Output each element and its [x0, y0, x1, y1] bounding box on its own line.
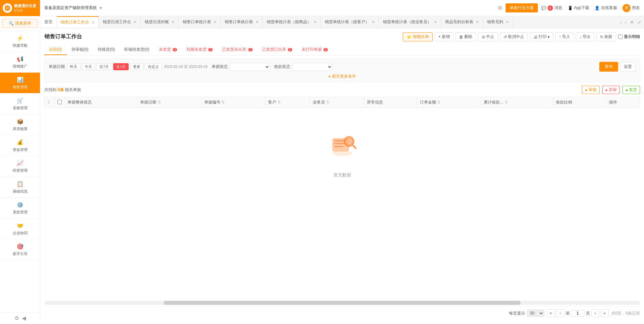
th-number[interactable]: 单据编号 ⇅ — [201, 97, 265, 108]
tab-sales-stats[interactable]: 销售订单统计表 ✕ — [179, 16, 221, 28]
cancel-stop-button[interactable]: ↺ 取消中止 — [500, 32, 528, 41]
next-page-button[interactable]: › — [591, 309, 599, 317]
search-button[interactable]: 查询 — [599, 62, 618, 72]
print-button[interactable]: 🖨 打印 ▾ — [530, 32, 553, 41]
sidebar-item-basic[interactable]: 📋 基础信息 — [0, 177, 40, 198]
filter-date-more[interactable]: 更多 — [130, 63, 143, 70]
refresh-button[interactable]: ↻ 刷新 — [596, 32, 616, 41]
sidebar-item-guide[interactable]: 🎯 新手引导 — [0, 239, 40, 260]
online-service-button[interactable]: 👤 在线客服 — [595, 5, 617, 11]
table-scroll-area[interactable]: ⠿ 单据整体状态 单据日期 ⇅ 单据编号 — [44, 97, 640, 299]
solution-button[interactable]: 体验行业方案 — [506, 3, 538, 12]
export-button[interactable]: ↓ 导出 — [576, 32, 594, 41]
page-input[interactable] — [571, 310, 585, 317]
subtab-not-shipped[interactable]: 未发货 0 — [154, 45, 182, 55]
sort-number-icon[interactable]: ⇅ — [221, 100, 225, 105]
subtab-all[interactable]: 全部(0) — [44, 45, 67, 55]
th-staff[interactable]: 业务员 ⇅ — [310, 97, 364, 108]
tab-close-sales-summary-staff[interactable]: ✕ — [434, 20, 437, 24]
tab-maximize[interactable]: ⤢ — [636, 19, 643, 26]
th-received[interactable]: 累计收款... ⇅ — [481, 97, 553, 108]
tab-close-cash-daily[interactable]: ✕ — [134, 20, 136, 24]
import-button[interactable]: ↑ 导入 — [555, 32, 574, 41]
prev-page-button[interactable]: ‹ — [556, 309, 564, 317]
sort-date-icon[interactable]: ⇅ — [158, 100, 161, 105]
sidebar-item-purchase[interactable]: 🛒 采购管理 — [0, 93, 40, 114]
th-date[interactable]: 单据日期 ⇅ — [137, 97, 201, 108]
tab-close-sales-exec[interactable]: ✕ — [256, 20, 258, 24]
sidebar-item-cooperation[interactable]: 🤝 企业协同 — [0, 218, 40, 239]
system-title-dropdown-icon[interactable]: ▼ — [99, 6, 103, 10]
subtab-shipped-out[interactable]: 已发货已出库 0 — [257, 45, 297, 55]
tab-cash-reconcile[interactable]: 钱货日清对账 ✕ — [141, 16, 179, 28]
subtab-shipped-not-in[interactable]: 已发货未出库 0 — [217, 45, 257, 55]
page-size-select[interactable]: 10 20 50 100 — [527, 310, 544, 317]
tab-home[interactable]: 首页 — [40, 16, 57, 28]
show-detail-checkbox[interactable] — [618, 35, 622, 39]
app-download-button[interactable]: 📱 App下载 — [568, 5, 589, 11]
show-detail-checkbox-container[interactable]: 显示明细 — [618, 34, 640, 40]
tab-close-all[interactable]: ✕ — [629, 19, 635, 26]
tab-sales-summary-product[interactable]: 销货单统计表（按商品） ✕ — [263, 16, 321, 28]
tab-close-sales-summary-customer[interactable]: ✕ — [372, 20, 375, 24]
subtab-pending-review[interactable]: 待审核(0) — [67, 45, 93, 55]
topbar-settings-icon[interactable]: ⚙ — [498, 5, 502, 11]
delete-button[interactable]: 🗑 删除 — [456, 32, 476, 41]
subtab-pending-inspection[interactable]: 待拣货(0) — [93, 45, 120, 55]
tab-close-sales-stats[interactable]: ✕ — [214, 20, 216, 24]
tab-sales-exec[interactable]: 销售订单执行表 ✕ — [221, 16, 263, 28]
select-all-checkbox[interactable] — [57, 100, 62, 104]
tab-nav-next[interactable]: › — [624, 19, 628, 26]
filter-status-select[interactable] — [230, 63, 270, 71]
message-button[interactable]: 💬 6 消息 — [541, 5, 562, 11]
tab-close-sales-summary-product[interactable]: ✕ — [314, 20, 316, 24]
filter-date-today[interactable]: 今天 — [82, 63, 95, 70]
add-button[interactable]: + 新增 — [435, 32, 454, 41]
last-page-button[interactable]: » — [601, 309, 609, 317]
th-check[interactable] — [55, 97, 65, 108]
subtab-not-printed[interactable]: 未打印单据 0 — [297, 45, 333, 55]
tab-sales-profit[interactable]: 销售毛利 ✕ — [483, 16, 513, 28]
approve-button[interactable]: ● 审核 — [582, 86, 599, 94]
subtab-overdue-not-shipped[interactable]: 到期未发货 0 — [182, 45, 217, 55]
filter-date-last1m[interactable]: 近1月 — [113, 63, 129, 70]
sort-amount-icon[interactable]: ⇅ — [437, 100, 440, 105]
collapse-button[interactable]: ◀ — [22, 315, 26, 321]
sidebar-item-marketing[interactable]: 📢 营销推广 — [0, 52, 40, 73]
sidebar-item-sales[interactable]: 📊 销售管理 — [0, 73, 40, 93]
th-customer[interactable]: 客户 ⇅ — [265, 97, 310, 108]
tab-close-goods-margin[interactable]: ✕ — [476, 20, 479, 24]
sort-received-icon[interactable]: ⇅ — [505, 100, 508, 105]
tab-sales-summary-customer[interactable]: 销货单统计表（按客户） ✕ — [321, 16, 379, 28]
filter-date-last7[interactable]: 近7天 — [96, 63, 112, 70]
tab-sales-workbench[interactable]: 销售订单工作台 ✕ — [57, 16, 99, 28]
settings-bottom-button[interactable]: ⚙ — [14, 315, 19, 321]
tab-goods-margin[interactable]: 商品毛利分析表 ✕ — [441, 16, 483, 28]
tab-nav-prev[interactable]: ‹ — [619, 19, 623, 26]
user-menu[interactable]: 用 用友 — [622, 4, 640, 12]
first-page-button[interactable]: « — [547, 309, 555, 317]
tab-sales-summary-staff[interactable]: 销货单统计表（按业务员） ✕ — [379, 16, 441, 28]
ship-button[interactable]: ● 发货 — [622, 86, 640, 94]
sidebar-item-finance[interactable]: 💰 资金管理 — [0, 135, 40, 156]
subtab-wangpu-pending[interactable]: 旺铺待发货(0) — [120, 45, 154, 55]
tab-close-sales-workbench[interactable]: ✕ — [92, 21, 94, 24]
smart-create-button[interactable]: ⭐ 智能生单 — [403, 32, 433, 41]
search-menu-button[interactable]: 🔍 搜索菜单 — [2, 19, 38, 28]
tab-close-sales-profit[interactable]: ✕ — [506, 20, 509, 24]
filter-expand-button[interactable]: ▾ 展开更多条件 — [49, 74, 636, 79]
filter-date-yesterday[interactable]: 昨天 — [67, 63, 80, 70]
filter-date-custom[interactable]: 自定义 — [145, 63, 162, 70]
sort-customer-icon[interactable]: ⇅ — [277, 100, 281, 105]
filter-settings-button[interactable]: 设置 — [620, 62, 636, 72]
tab-close-cash-reconcile[interactable]: ✕ — [172, 20, 174, 24]
tab-cash-daily[interactable]: 钱货日清工作台 ✕ — [99, 16, 141, 28]
th-amount[interactable]: 订单金额 ⇅ — [417, 97, 481, 108]
sidebar-item-system[interactable]: ⚙️ 系统管理 — [0, 198, 40, 218]
horizontal-scrollbar[interactable] — [44, 301, 640, 305]
sidebar-item-operation[interactable]: 📈 经营管理 — [0, 156, 40, 177]
sidebar-item-inventory[interactable]: 📦 库存核算 — [0, 114, 40, 135]
reject-button[interactable]: ● 弃审 — [602, 86, 620, 94]
sidebar-item-quick-nav[interactable]: ⚡ 快捷导航 — [0, 31, 40, 52]
filter-payment-select[interactable] — [292, 63, 333, 71]
